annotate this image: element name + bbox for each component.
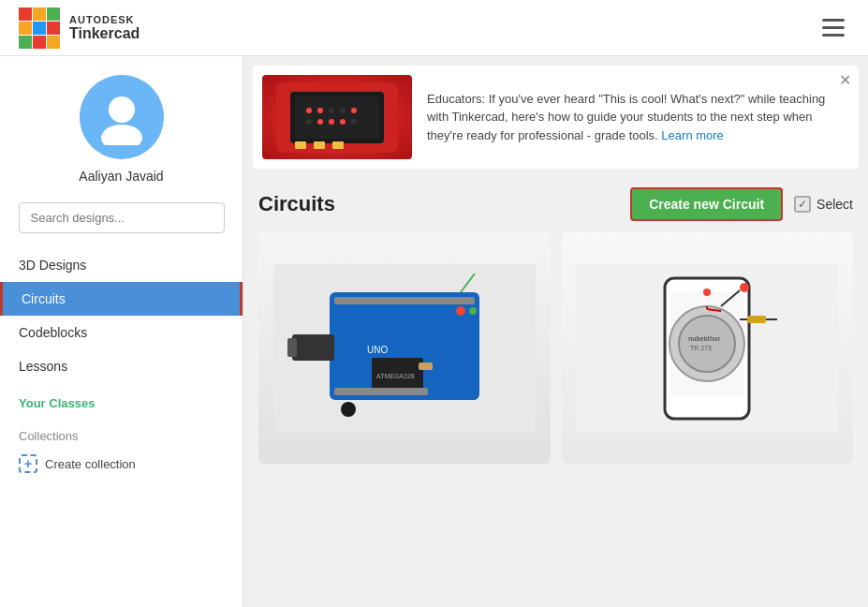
circuits-grid: UNO ATMEGA328 <box>258 232 853 464</box>
svg-rect-2 <box>47 7 60 21</box>
banner-image <box>262 75 412 159</box>
svg-point-39 <box>341 402 356 417</box>
hamburger-line-1 <box>822 19 845 22</box>
svg-rect-26 <box>332 141 344 149</box>
svg-text:UNO: UNO <box>367 345 388 355</box>
svg-rect-4 <box>33 22 46 35</box>
svg-text:nubekthor: nubekthor <box>688 335 720 342</box>
select-label: Select <box>817 197 853 212</box>
sidebar-navigation: 3D Designs Circuits Codeblocks Lessons <box>0 248 243 383</box>
svg-rect-25 <box>314 141 325 149</box>
svg-rect-5 <box>47 22 60 35</box>
svg-point-23 <box>351 119 357 125</box>
sidebar: Aaliyan Javaid 3D Designs Circuits Codeb… <box>0 56 243 607</box>
circuit-card-arduino[interactable]: UNO ATMEGA328 <box>258 232 551 464</box>
svg-point-20 <box>317 119 323 125</box>
banner-text: Educators: If you've ever heard "This is… <box>427 90 849 145</box>
svg-rect-35 <box>334 388 428 395</box>
create-circuit-button[interactable]: Create new Circuit <box>630 187 783 221</box>
svg-rect-50 <box>747 316 766 323</box>
svg-point-15 <box>317 108 323 113</box>
svg-rect-8 <box>47 36 60 49</box>
create-collection-button[interactable]: + Create collection <box>0 449 243 479</box>
select-container: Select <box>794 196 853 213</box>
tinkercad-label: Tinkercad <box>69 25 140 42</box>
circuits-actions: Create new Circuit Select <box>630 187 853 221</box>
brand-text: AUTODESK Tinkercad <box>69 14 140 42</box>
app-header: AUTODESK Tinkercad <box>0 0 868 56</box>
svg-point-17 <box>340 108 346 113</box>
svg-rect-29 <box>292 334 334 361</box>
sidebar-item-lessons[interactable]: Lessons <box>0 349 243 383</box>
svg-rect-1 <box>33 7 46 21</box>
your-classes-label: Your Classes <box>0 383 243 416</box>
username-label: Aaliyan Javaid <box>79 169 163 184</box>
hamburger-button[interactable] <box>817 14 849 41</box>
sidebar-item-3d-designs[interactable]: 3D Designs <box>0 248 243 282</box>
learn-more-link[interactable]: Learn more <box>661 128 723 142</box>
main-layout: Aaliyan Javaid 3D Designs Circuits Codeb… <box>0 56 868 607</box>
main-content: Educators: If you've ever heard "This is… <box>243 56 868 607</box>
tinkercad-logo-icon <box>19 7 60 49</box>
svg-rect-30 <box>287 338 297 357</box>
svg-point-16 <box>329 108 334 113</box>
arduino-illustration: UNO ATMEGA328 <box>273 264 536 433</box>
sim-illustration: nubekthor TR 273 <box>576 264 838 433</box>
banner-illustration <box>262 75 412 159</box>
svg-point-10 <box>101 125 142 145</box>
svg-rect-40 <box>419 363 433 370</box>
circuits-title: Circuits <box>258 192 335 216</box>
svg-point-48 <box>740 283 749 292</box>
avatar-icon <box>94 89 150 145</box>
avatar <box>80 75 164 159</box>
svg-text:TR 273: TR 273 <box>690 345 712 351</box>
circuit-card-sim[interactable]: nubekthor TR 273 <box>562 232 854 464</box>
svg-text:ATMEGA328: ATMEGA328 <box>376 373 415 379</box>
svg-rect-34 <box>334 297 475 304</box>
hamburger-line-2 <box>822 26 845 29</box>
svg-rect-0 <box>19 7 32 21</box>
collections-label: Collections <box>0 416 243 449</box>
svg-rect-24 <box>295 141 306 149</box>
svg-point-36 <box>456 306 465 316</box>
svg-rect-3 <box>19 22 32 35</box>
sidebar-item-codeblocks[interactable]: Codeblocks <box>0 316 243 349</box>
svg-point-18 <box>351 108 357 113</box>
educator-banner: Educators: If you've ever heard "This is… <box>253 66 859 169</box>
svg-rect-13 <box>295 96 379 139</box>
svg-point-55 <box>703 289 711 296</box>
microbit-svg <box>267 78 407 157</box>
add-collection-icon: + <box>19 454 37 473</box>
user-profile: Aaliyan Javaid <box>60 75 182 184</box>
autodesk-label: AUTODESK <box>69 14 140 25</box>
select-checkbox[interactable] <box>794 196 811 213</box>
svg-point-21 <box>329 119 334 125</box>
circuit-card-image-sim: nubekthor TR 273 <box>562 232 854 464</box>
logo-container: AUTODESK Tinkercad <box>19 7 140 49</box>
circuit-card-image-arduino: UNO ATMEGA328 <box>258 232 551 464</box>
search-input[interactable] <box>19 202 225 233</box>
svg-rect-7 <box>33 36 46 49</box>
svg-rect-6 <box>19 36 32 49</box>
svg-point-45 <box>679 316 735 372</box>
svg-point-37 <box>469 307 477 315</box>
circuits-section: Circuits Create new Circuit Select <box>243 178 868 473</box>
create-collection-label: Create collection <box>45 457 136 471</box>
sidebar-item-circuits[interactable]: Circuits <box>0 282 243 316</box>
svg-point-14 <box>306 108 312 113</box>
circuits-header: Circuits Create new Circuit Select <box>258 187 853 221</box>
hamburger-line-3 <box>822 34 845 37</box>
svg-point-19 <box>306 119 312 125</box>
svg-point-22 <box>340 119 346 125</box>
banner-close-button[interactable]: ✕ <box>839 73 851 88</box>
svg-point-9 <box>109 96 135 123</box>
